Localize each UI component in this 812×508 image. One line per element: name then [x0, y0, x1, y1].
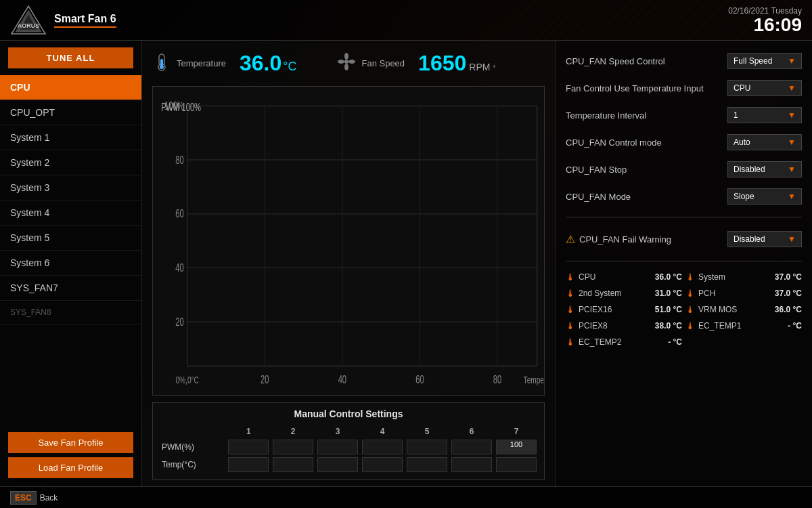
svg-text:AORUS: AORUS	[18, 22, 40, 29]
svg-point-7	[160, 65, 164, 69]
speed-control-select[interactable]: Full Speed ▼	[727, 53, 802, 69]
manual-control-settings: Manual Control Settings 1 2 3 4 5 6 7	[152, 402, 545, 480]
pwm-cell-3[interactable]	[315, 438, 360, 456]
pwm-cell-7[interactable]: 100	[494, 438, 539, 456]
sensor-system: 🌡 System 37.0 °C	[685, 272, 802, 282]
fan-item-sys-fan8[interactable]: SYS_FAN8	[0, 301, 141, 324]
pwm-cell-1[interactable]	[226, 438, 271, 456]
sensor-pch-icon: 🌡	[685, 288, 695, 299]
fan-speed-group: Fan Speed	[337, 52, 405, 75]
temp-input-select[interactable]: CPU ▼	[727, 80, 802, 96]
pwm-cell-5[interactable]	[405, 438, 449, 456]
temp-input-row: Fan Control Use Temperature Input CPU ▼	[566, 78, 802, 98]
col-header-label	[158, 425, 226, 438]
fan-mode-dropdown-icon: ▼	[788, 192, 796, 201]
header: AORUS Smart Fan 6 02/16/2021 Tuesday 16:…	[0, 0, 812, 41]
back-label: Back	[40, 493, 58, 503]
sensor-pch: 🌡 PCH 37.0 °C	[685, 288, 802, 299]
control-mode-dropdown-icon: ▼	[788, 137, 796, 147]
control-mode-select[interactable]: Auto ▼	[727, 134, 802, 150]
sensor-ec-temp1-value: - °C	[788, 321, 802, 331]
fail-warning-dropdown-icon: ▼	[788, 234, 796, 244]
save-fan-profile-button[interactable]: Save Fan Profile	[8, 432, 133, 453]
col-header-1: 1	[226, 425, 271, 438]
sensor-pciex16-name: PCIEX16	[579, 305, 652, 314]
temp-cell-5[interactable]	[405, 456, 449, 473]
fail-warning-value: Disabled	[734, 234, 765, 244]
fan-speed-value: 1650	[418, 51, 466, 76]
col-header-5: 5	[405, 425, 449, 438]
temp-interval-select[interactable]: 1 ▼	[727, 107, 802, 123]
fan-item-system4[interactable]: System 4	[0, 200, 141, 226]
esc-key[interactable]: ESC	[10, 491, 37, 505]
temp-value: 36.0	[240, 51, 281, 76]
svg-point-11	[344, 64, 348, 70]
svg-text:40: 40	[175, 262, 184, 274]
fan-stop-select[interactable]: Disabled ▼	[727, 161, 802, 177]
sensor-2nd-system-icon: 🌡	[566, 288, 575, 299]
speed-control-value: Full Speed	[734, 56, 772, 66]
sensor-system-icon: 🌡	[685, 272, 695, 282]
pwm-row-label: PWM(%)	[158, 438, 226, 456]
sensor-pciex16-value: 51.0 °C	[655, 305, 682, 314]
temperature-group: Temperature	[152, 52, 226, 75]
fan-mode-select[interactable]: Slope ▼	[727, 188, 802, 205]
warning-triangle-icon: ⚠	[566, 233, 575, 246]
fail-warning-select[interactable]: Disabled ▼	[727, 231, 802, 247]
aorus-logo-icon: AORUS	[10, 5, 47, 35]
fan-item-system1[interactable]: System 1	[0, 125, 141, 150]
temp-cell-4[interactable]	[360, 456, 405, 473]
svg-text:20: 20	[175, 316, 184, 328]
svg-point-9	[344, 53, 348, 60]
temp-value-display: 36.0 °C	[240, 51, 296, 76]
pwm-cell-4[interactable]	[360, 438, 405, 456]
svg-text:20: 20	[261, 374, 269, 385]
fan-item-system6[interactable]: System 6	[0, 251, 141, 276]
speed-control-row: CPU_FAN Speed Control Full Speed ▼	[566, 51, 802, 71]
temp-cell-1[interactable]	[226, 456, 271, 473]
svg-point-12	[338, 60, 344, 64]
stats-bar: Temperature 36.0 °C	[152, 47, 545, 79]
fan-item-system2[interactable]: System 2	[0, 150, 141, 175]
sensor-pciex8-name: PCIEX8	[579, 321, 652, 331]
fan-item-cpu-opt[interactable]: CPU_OPT	[0, 100, 141, 125]
load-fan-profile-button[interactable]: Load Fan Profile	[8, 457, 133, 478]
fan-stop-value: Disabled	[734, 165, 765, 174]
sensor-vrm-mos-value: 36.0 °C	[775, 305, 802, 314]
fan-curve-chart[interactable]: 100% 80 60 40 20 0%,0°C 20 40 60 80 Temp…	[152, 86, 545, 396]
temp-cell-3[interactable]	[315, 456, 360, 473]
sensor-grid: 🌡 CPU 36.0 °C 🌡 System 37.0 °C 🌡 2nd Sys…	[566, 272, 802, 347]
sensor-system-name: System	[698, 272, 771, 282]
fan-item-system5[interactable]: System 5	[0, 226, 141, 251]
fan-mode-label: CPU_FAN Mode	[566, 192, 727, 202]
speed-control-dropdown-icon: ▼	[788, 56, 796, 66]
temp-cell-6[interactable]	[449, 456, 494, 473]
temp-cell-7[interactable]	[494, 456, 539, 473]
sensor-cpu-value: 36.0 °C	[655, 272, 682, 282]
fan-item-sys-fan7[interactable]: SYS_FAN7	[0, 276, 141, 301]
fan-item-cpu[interactable]: CPU	[0, 75, 141, 100]
sensor-2nd-system-value: 31.0 °C	[655, 289, 682, 298]
fan-item-system3[interactable]: System 3	[0, 175, 141, 200]
temp-interval-value: 1	[734, 110, 738, 120]
pwm-cell-2[interactable]	[271, 438, 315, 456]
fan-stop-dropdown-icon: ▼	[788, 165, 796, 174]
fan-icon	[337, 52, 356, 75]
pwm-cell-6[interactable]	[449, 438, 494, 456]
fan-mode-value: Slope	[734, 192, 754, 201]
divider-2	[566, 261, 802, 261]
sensor-pciex8: 🌡 PCIEX8 38.0 °C	[566, 320, 682, 331]
svg-text:40: 40	[338, 374, 347, 385]
tune-all-button[interactable]: TUNE ALL	[8, 47, 133, 68]
profile-buttons: Save Fan Profile Load Fan Profile	[0, 427, 141, 486]
sensor-ec-temp2-name: EC_TEMP2	[579, 337, 664, 347]
col-header-7: 7	[494, 425, 539, 438]
temp-cell-2[interactable]	[271, 456, 315, 473]
sensor-cpu-name: CPU	[579, 272, 652, 282]
fan-unit: RPM	[469, 62, 490, 72]
fan-speed-value-display: 1650 RPM °	[418, 51, 495, 76]
sensor-ec-temp1-name: EC_TEMP1	[698, 321, 784, 331]
sensor-2nd-system: 🌡 2nd System 31.0 °C	[566, 288, 682, 299]
divider-1	[566, 217, 802, 217]
sensor-pch-name: PCH	[698, 289, 771, 298]
